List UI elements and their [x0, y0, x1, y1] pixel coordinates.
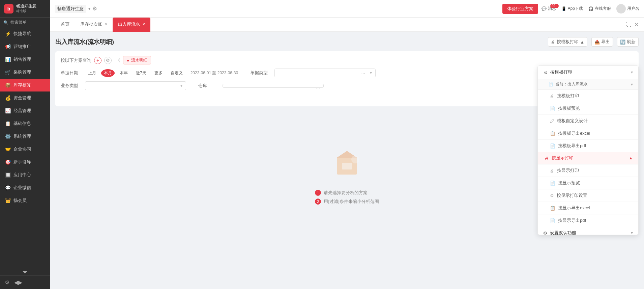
purchase-icon: 🛒	[5, 70, 11, 75]
doc-type-dropdown-icon: ▾	[370, 71, 372, 75]
content-area: 首页 库存批次账 × 出入库流水 × ⛶ ✕ 出入库流水(流水明细)	[50, 18, 644, 289]
sidebar-item-wechat[interactable]: 💬 企业微信	[0, 181, 50, 194]
svg-rect-2	[342, 163, 352, 169]
sidebar-nav: ⚡ 快捷导航 📢 营销推广 📊 销售管理 🛒 采购管理 📦 库存核算 💰 资金管…	[0, 27, 50, 269]
date-7days[interactable]: 近7天	[133, 69, 149, 77]
operation-icon: 📈	[5, 108, 11, 113]
doc-type-more-icon[interactable]: ···	[361, 71, 365, 76]
template-print-items: 🖨 按模板打印 📄 按模板预览 🖊 模板自定义设计 📋	[538, 90, 638, 152]
topbar-company-dropdown-icon[interactable]: ▾	[88, 6, 90, 11]
sidebar-item-basic[interactable]: 📋 基础信息	[0, 117, 50, 130]
display-preview-icon: 📄	[550, 181, 555, 186]
topbar-settings-icon[interactable]: ⚙	[92, 5, 97, 12]
filter-settings-button[interactable]: ⚙	[104, 57, 112, 64]
trial-button[interactable]: 体验行业方案	[502, 4, 538, 14]
sidebar-toggle-icon[interactable]: ◀▶	[14, 279, 22, 286]
sidebar-item-finance[interactable]: 💰 资金管理	[0, 91, 50, 104]
default-settings-icon: ⚙	[543, 231, 547, 235]
dropdown-item-display-print[interactable]: 🖨 按显示打印	[538, 164, 638, 177]
app-download-button[interactable]: 📱 App下载	[561, 6, 583, 11]
dropdown-item-template-custom[interactable]: 🖊 模板自定义设计	[538, 115, 638, 127]
sidebar-item-inventory[interactable]: 📦 库存核算	[0, 79, 50, 91]
search-icon: 🔍	[3, 20, 8, 25]
export-icon: 📤	[594, 40, 600, 45]
date-this-month[interactable]: 本月	[101, 69, 115, 77]
default-settings-section-header[interactable]: ⚙ 设置默认功能 ▾	[538, 227, 638, 235]
user-avatar-area[interactable]: 用户名	[616, 4, 639, 14]
topbar-company[interactable]: 畅唐通好生意	[55, 5, 86, 13]
warehouse-select[interactable]: ···	[223, 84, 324, 88]
tab-close-all-icon[interactable]: ✕	[634, 21, 639, 28]
display-settings-icon: ⚙	[550, 193, 554, 198]
business-type-select[interactable]: ▾	[85, 81, 186, 90]
tab-batch-account[interactable]: 库存批次账 ×	[75, 18, 113, 32]
doc-type-label: 单据类型	[250, 70, 269, 76]
sidebar-item-sales[interactable]: 📊 销售管理	[0, 53, 50, 66]
svg-point-3	[351, 155, 359, 163]
date-custom[interactable]: 自定义	[168, 69, 186, 77]
date-more[interactable]: 更多	[151, 69, 166, 77]
sidebar-item-vip[interactable]: 👑 畅会员	[0, 194, 50, 207]
dropdown-item-display-preview[interactable]: 📄 按显示预览	[538, 177, 638, 189]
topbar-right: 💬 消息 99+ 📱 App下载 🎧 在线客服 用户名	[541, 4, 639, 14]
item-preview-icon: 📄	[550, 106, 555, 111]
warehouse-more-icon[interactable]: ···	[316, 86, 320, 91]
business-type-label: 业务类型	[61, 83, 80, 89]
headset-icon: 🎧	[588, 6, 593, 11]
dropdown-item-display-pdf[interactable]: 📄 按显示导出pdf	[538, 214, 638, 227]
sidebar-item-operation[interactable]: 📈 经营管理	[0, 104, 50, 117]
filter-collapse-icon[interactable]: 《	[116, 57, 120, 63]
tab-maximize-icon[interactable]: ⛶	[626, 22, 632, 28]
basic-icon: 📋	[5, 121, 11, 126]
refresh-button[interactable]: 🔄 刷新	[617, 37, 639, 47]
empty-illustration	[330, 144, 364, 184]
settings-gear-icon[interactable]: ⚙	[5, 279, 9, 286]
print-template-button[interactable]: 🖨 按模板打印 ▲	[548, 37, 587, 47]
dropdown-item-template-pdf[interactable]: 📄 按模板导出pdf	[538, 140, 638, 152]
page-actions: 🖨 按模板打印 ▲ 📤 导出 🔄 刷新	[548, 37, 639, 47]
search-menu-item[interactable]: 🔍 搜索菜单	[0, 18, 50, 27]
refresh-icon: 🔄	[620, 40, 625, 45]
vip-icon: 👑	[5, 198, 11, 203]
filter-tag: ● 流水明细	[123, 56, 151, 64]
filter-add-button[interactable]: +	[94, 57, 101, 64]
system-icon: ⚙️	[5, 134, 11, 139]
dropdown-item-display-excel[interactable]: 📋 按显示导出excel	[538, 202, 638, 214]
company-name: 畅通好生意	[16, 4, 36, 9]
sidebar-item-guide[interactable]: 🎯 新手引导	[0, 156, 50, 168]
display-print-header-icon: 🖨	[545, 156, 549, 161]
dropdown-item-template-print[interactable]: 🖨 按模板打印	[538, 90, 638, 102]
online-service-button[interactable]: 🎧 在线客服	[588, 6, 611, 11]
template-print-chevron: ▾	[631, 70, 633, 75]
display-print-section-header[interactable]: 🖨 按显示打印 ▲	[538, 152, 638, 164]
tab-flow-close[interactable]: ×	[143, 22, 145, 27]
display-print-items: 🖨 按显示打印 📄 按显示预览 ⚙ 按显示打印设置 📋	[538, 164, 638, 227]
sidebar-item-purchase[interactable]: 🛒 采购管理	[0, 66, 50, 79]
download-icon: 📱	[561, 6, 566, 11]
sidebar-item-system[interactable]: ⚙️ 系统管理	[0, 130, 50, 143]
tab-batch-account-close[interactable]: ×	[105, 22, 107, 27]
tab-home[interactable]: 首页	[55, 18, 75, 32]
tab-flow[interactable]: 出入库流水 ×	[113, 18, 150, 32]
sidebar-item-apps[interactable]: 🔲 应用中心	[0, 168, 50, 181]
filter-header: 按以下方案查询 + ⚙ 《 ● 流水明细	[61, 56, 633, 64]
dropdown-item-display-settings[interactable]: ⚙ 按显示打印设置	[538, 189, 638, 202]
sidebar-item-cooperation[interactable]: 🤝 企业协同	[0, 143, 50, 156]
current-template-icon: 📄	[549, 82, 553, 86]
sidebar-scroll-down[interactable]	[0, 269, 50, 275]
dropdown-item-template-excel[interactable]: 📋 按模板导出excel	[538, 127, 638, 140]
date-last-month[interactable]: 上月	[85, 69, 99, 77]
template-print-section-header[interactable]: 🖨 按模板打印 ▾	[538, 66, 638, 79]
messages-button[interactable]: 💬 消息 99+	[541, 6, 556, 11]
date-this-year[interactable]: 本年	[117, 69, 131, 77]
export-button[interactable]: 📤 导出	[591, 37, 613, 47]
doc-type-select[interactable]: ▾ ···	[274, 69, 376, 77]
dropdown-item-template-preview[interactable]: 📄 按模板预览	[538, 102, 638, 115]
sidebar-item-marketing[interactable]: 📢 营销推广	[0, 40, 50, 53]
sidebar-bottom: ⚙ ◀▶	[0, 275, 50, 289]
app-logo-icon: b	[4, 4, 13, 14]
date-options: 上月 本月 本年 近7天 更多 自定义 2023-06-01 至 2023-06…	[85, 69, 238, 77]
template-current-expand[interactable]: ▾	[631, 82, 633, 87]
messages-badge: 99+	[550, 4, 559, 8]
sidebar-item-quick-nav[interactable]: ⚡ 快捷导航	[0, 27, 50, 40]
